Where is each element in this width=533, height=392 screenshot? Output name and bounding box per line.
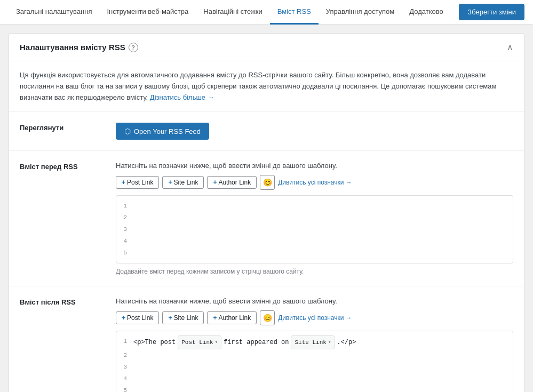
card-title-text: Налаштування вмісту RSS [20,43,125,52]
before-rss-editor[interactable]: 1 2 3 4 [116,195,513,263]
plus-icon: + [168,314,172,322]
open-rss-feed-button[interactable]: ⬡ Open Your RSS Feed [116,123,209,140]
line-number: 5 [116,247,133,259]
line-number: 2 [116,212,133,223]
after-rss-label: Вміст після RSS [20,297,105,392]
learn-more-link[interactable]: Дізнатись більше → [150,93,214,101]
before-site-link-tag[interactable]: + Site Link [162,176,204,189]
nav-item-general[interactable]: Загальні налаштування [9,0,99,25]
before-rss-section: Вміст перед RSS Натисніть на позначки ни… [9,151,524,286]
after-post-link-tag[interactable]: + Post Link [116,311,159,324]
after-emoji-button[interactable]: 😊 [260,310,275,325]
code-line: 4 [116,235,513,247]
before-view-all-link[interactable]: Дивитись усі позначки → [278,179,352,186]
pill-label: Site Link [295,337,326,348]
preview-label: Переглянути [20,123,105,140]
code-line: 3 [116,361,513,373]
help-icon[interactable]: ? [129,43,138,52]
code-line: 2 [116,349,513,361]
line-content: <p>The post Post Link ▾ first appeared o… [133,335,513,349]
site-link-pill[interactable]: Site Link ▾ [291,335,335,349]
post-link-label: Post Link [127,179,153,186]
after-site-link-tag[interactable]: + Site Link [162,311,204,324]
code-line: 5 [116,247,513,259]
code-line: 3 [116,223,513,235]
card-description: Ця функція використовується для автомати… [9,61,524,112]
plus-icon: + [122,179,125,186]
plus-icon: + [213,179,217,186]
code-line: 4 [116,373,513,385]
before-rss-content: Натисніть на позначки нижче, щоб ввести … [116,162,513,275]
line-middle: first appeared on [224,337,289,348]
preview-section: Переглянути ⬡ Open Your RSS Feed [9,112,524,151]
before-rss-code-lines: 1 2 3 4 [116,196,513,263]
before-rss-helper: Додавайте вміст перед кожним записом у с… [116,268,513,275]
after-rss-code-lines: 1 <p>The post Post Link ▾ first appeared… [116,331,513,392]
code-line: 5 [116,385,513,392]
nav-item-breadcrumbs[interactable]: Навігаційні стежки [196,0,269,25]
top-navigation: Загальні налаштування Інструменти веб-ма… [0,0,533,25]
open-rss-button-label: Open Your RSS Feed [134,127,201,135]
code-line: 1 <p>The post Post Link ▾ first appeared… [116,335,513,349]
external-link-icon: ⬡ [124,127,131,135]
line-number: 3 [116,223,133,235]
after-author-link-tag[interactable]: + Author Link [207,311,257,324]
after-rss-editor[interactable]: 1 <p>The post Post Link ▾ first appeared… [116,331,513,392]
line-prefix: <p>The post [133,337,176,348]
nav-item-rss[interactable]: Вміст RSS [270,0,319,25]
line-suffix: .</p> [337,337,356,348]
site-link-label: Site Link [173,314,198,322]
line-number: 4 [116,373,133,385]
collapse-icon[interactable]: ∧ [507,42,513,52]
before-post-link-tag[interactable]: + Post Link [116,176,159,189]
after-view-all-link[interactable]: Дивитись усі позначки → [278,314,352,322]
nav-item-access[interactable]: Управління доступом [319,0,402,25]
after-rss-content: Натисніть на позначки нижче, щоб ввести … [116,297,513,392]
plus-icon: + [213,314,217,322]
before-rss-instruction: Натисніть на позначки нижче, щоб ввести … [116,162,513,170]
before-author-link-tag[interactable]: + Author Link [207,176,257,189]
after-rss-section: Вміст після RSS Натисніть на позначки ни… [9,286,524,392]
line-number: 3 [116,361,133,373]
author-link-label: Author Link [218,179,251,186]
post-link-pill[interactable]: Post Link ▾ [178,335,221,349]
plus-icon: + [168,179,172,186]
nav-item-webmaster[interactable]: Інструменти веб-майстра [99,0,196,25]
line-number: 1 [116,335,133,347]
after-rss-tag-row: + Post Link + Site Link + Author Link 😊 … [116,310,513,325]
line-number: 2 [116,349,133,361]
card-header: Налаштування вмісту RSS ? ∧ [9,34,524,61]
preview-content: ⬡ Open Your RSS Feed [116,123,513,140]
before-rss-label: Вміст перед RSS [20,162,105,275]
pill-label: Post Link [181,337,213,348]
line-number: 4 [116,235,133,247]
nav-item-additional[interactable]: Додатково [402,0,450,25]
post-link-label: Post Link [127,314,153,322]
author-link-label: Author Link [218,314,251,322]
code-line: 1 [116,200,513,212]
code-line: 2 [116,212,513,223]
plus-icon: + [122,314,125,322]
before-rss-tag-row: + Post Link + Site Link + Author Link 😊 … [116,175,513,190]
save-button[interactable]: Зберегти зміни [459,4,524,20]
card-title: Налаштування вмісту RSS ? [20,43,138,52]
rss-settings-card: Налаштування вмісту RSS ? ∧ Ця функція в… [9,33,524,392]
description-text: Ця функція використовується для автомати… [20,71,496,101]
after-rss-instruction: Натисніть на позначки нижче, щоб ввести … [116,297,513,305]
line-number: 5 [116,385,133,392]
line-number: 1 [116,200,133,212]
main-content: Налаштування вмісту RSS ? ∧ Ця функція в… [0,25,533,392]
before-emoji-button[interactable]: 😊 [260,175,275,190]
chevron-down-icon: ▾ [215,337,218,348]
site-link-label: Site Link [173,179,198,186]
chevron-down-icon: ▾ [328,337,331,348]
